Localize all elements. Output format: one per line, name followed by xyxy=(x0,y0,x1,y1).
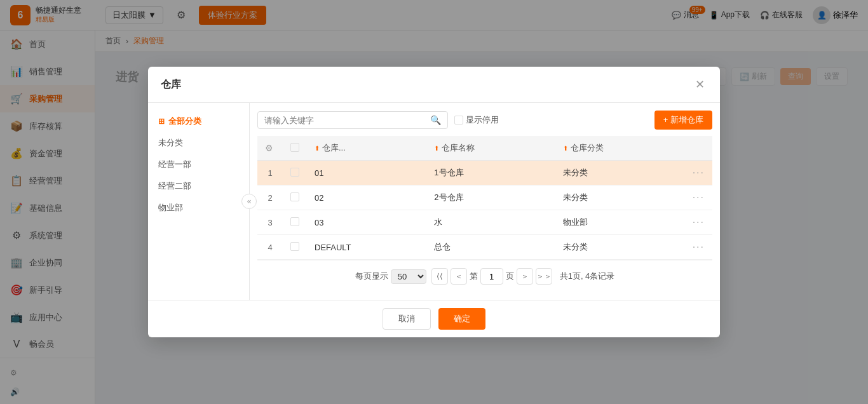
pagination: 每页显示 50 100 200 ⟨⟨ ＜ 第 页 ＞ xyxy=(257,260,712,292)
show-disabled-label[interactable]: 显示停用 xyxy=(454,114,499,126)
row-more-actions[interactable]: ··· xyxy=(685,210,712,235)
row-checkbox-cell[interactable] xyxy=(283,185,307,210)
search-box: 🔍 xyxy=(257,111,448,129)
sort-icon-name: ⬆ xyxy=(434,145,439,152)
row-code: 02 xyxy=(307,185,426,210)
row-name: 2号仓库 xyxy=(426,185,555,210)
cancel-button[interactable]: 取消 xyxy=(383,308,431,330)
sort-icon-code: ⬆ xyxy=(315,145,320,152)
gear-header-icon[interactable]: ⚙ xyxy=(265,143,273,153)
show-disabled-checkbox[interactable] xyxy=(454,116,463,125)
table-area: 🔍 显示停用 + 新增仓库 ⚙ xyxy=(250,103,720,300)
modal-footer: 取消 确定 xyxy=(148,300,720,337)
row-checkbox[interactable] xyxy=(290,217,299,226)
prev-page-button[interactable]: ＜ xyxy=(451,268,467,285)
th-code-label: 仓库... xyxy=(322,142,346,154)
category-item-经营二部[interactable]: 经营二部 xyxy=(148,175,249,197)
select-all-checkbox[interactable] xyxy=(290,143,299,152)
table-scroll-area: ⚙ ⬆仓库... ⬆仓库名称 ⬆仓库分类 1 01 1号仓库 未分 xyxy=(257,136,712,260)
row-more-actions[interactable]: ··· xyxy=(685,235,712,260)
next-page-button[interactable]: ＞ xyxy=(517,268,533,285)
th-actions xyxy=(685,136,712,161)
row-num: 3 xyxy=(257,210,283,235)
category-label: 物业部 xyxy=(158,202,183,213)
row-num: 2 xyxy=(257,185,283,210)
warehouse-modal: 仓库 ✕ ⊞全部分类未分类经营一部经营二部物业部 « 🔍 xyxy=(148,67,720,337)
row-code: 01 xyxy=(307,161,426,185)
th-category-label: 仓库分类 xyxy=(571,142,604,154)
sort-icon-category: ⬆ xyxy=(563,145,568,152)
category-item-物业部[interactable]: 物业部 xyxy=(148,197,249,219)
row-checkbox-cell[interactable] xyxy=(283,161,307,185)
category-label: 未分类 xyxy=(158,137,183,149)
row-checkbox-cell[interactable] xyxy=(283,210,307,235)
category-toggle-button[interactable]: « xyxy=(241,194,257,209)
row-more-actions[interactable]: ··· xyxy=(685,185,712,210)
row-checkbox[interactable] xyxy=(290,192,299,201)
row-checkbox-cell[interactable] xyxy=(283,235,307,260)
table-row[interactable]: 2 02 2号仓库 未分类 ··· xyxy=(257,185,712,210)
category-label: 经营一部 xyxy=(158,159,191,170)
page-navigation: ⟨⟨ ＜ 第 页 ＞ ＞＞ 共1页, 4条记录 xyxy=(431,268,615,285)
first-page-button[interactable]: ⟨⟨ xyxy=(431,268,448,285)
row-code: 03 xyxy=(307,210,426,235)
search-icon[interactable]: 🔍 xyxy=(430,115,441,125)
last-page-button[interactable]: ＞＞ xyxy=(536,268,552,285)
category-item-全部分类[interactable]: ⊞全部分类 xyxy=(148,111,249,132)
row-checkbox[interactable] xyxy=(290,168,299,177)
th-code: ⬆仓库... xyxy=(307,136,426,161)
modal-body: ⊞全部分类未分类经营一部经营二部物业部 « 🔍 显示停用 + 新增仓库 xyxy=(148,103,720,300)
category-icon: ⊞ xyxy=(158,117,165,126)
row-num: 1 xyxy=(257,161,283,185)
category-label: 全部分类 xyxy=(168,116,201,127)
search-input[interactable] xyxy=(264,116,430,125)
row-category: 未分类 xyxy=(555,161,684,185)
category-sidebar: ⊞全部分类未分类经营一部经营二部物业部 « xyxy=(148,103,250,300)
modal-header: 仓库 ✕ xyxy=(148,67,720,103)
page-label: 第 xyxy=(470,271,478,282)
th-category: ⬆仓库分类 xyxy=(555,136,684,161)
per-page-control: 每页显示 50 100 200 xyxy=(355,269,426,284)
per-page-select[interactable]: 50 100 200 xyxy=(391,269,426,284)
warehouse-table: ⚙ ⬆仓库... ⬆仓库名称 ⬆仓库分类 1 01 1号仓库 未分 xyxy=(257,136,712,260)
category-label: 经营二部 xyxy=(158,180,191,192)
more-icon[interactable]: ··· xyxy=(693,167,705,178)
category-item-经营一部[interactable]: 经营一部 xyxy=(148,154,249,175)
table-toolbar: 🔍 显示停用 + 新增仓库 xyxy=(257,111,712,130)
add-warehouse-button[interactable]: + 新增仓库 xyxy=(654,111,712,130)
th-name-label: 仓库名称 xyxy=(442,142,475,154)
th-checkbox xyxy=(283,136,307,161)
table-row[interactable]: 1 01 1号仓库 未分类 ··· xyxy=(257,161,712,185)
more-icon[interactable]: ··· xyxy=(693,217,705,227)
row-checkbox[interactable] xyxy=(290,242,299,251)
th-name: ⬆仓库名称 xyxy=(426,136,555,161)
more-icon[interactable]: ··· xyxy=(693,241,705,252)
row-category: 未分类 xyxy=(555,235,684,260)
modal-overlay: 仓库 ✕ ⊞全部分类未分类经营一部经营二部物业部 « 🔍 xyxy=(0,0,868,404)
th-gear: ⚙ xyxy=(257,136,283,161)
modal-title: 仓库 xyxy=(161,78,181,91)
row-name: 总仓 xyxy=(426,235,555,260)
row-code: DEFAULT xyxy=(307,235,426,260)
row-more-actions[interactable]: ··· xyxy=(685,161,712,185)
table-body: 1 01 1号仓库 未分类 ··· 2 02 2号仓库 未分类 ··· 3 03… xyxy=(257,161,712,260)
page-suffix: 页 xyxy=(506,271,514,282)
row-name: 水 xyxy=(426,210,555,235)
category-item-未分类[interactable]: 未分类 xyxy=(148,132,249,154)
table-row[interactable]: 3 03 水 物业部 ··· xyxy=(257,210,712,235)
row-category: 未分类 xyxy=(555,185,684,210)
total-info: 共1页, 4条记录 xyxy=(560,271,615,282)
row-category: 物业部 xyxy=(555,210,684,235)
confirm-button[interactable]: 确定 xyxy=(438,308,485,330)
table-header: ⚙ ⬆仓库... ⬆仓库名称 ⬆仓库分类 xyxy=(257,136,712,161)
modal-close-button[interactable]: ✕ xyxy=(692,77,707,92)
page-number-input[interactable] xyxy=(480,268,503,285)
table-row[interactable]: 4 DEFAULT 总仓 未分类 ··· xyxy=(257,235,712,260)
per-page-label: 每页显示 xyxy=(355,271,388,282)
more-icon[interactable]: ··· xyxy=(693,192,705,203)
row-name: 1号仓库 xyxy=(426,161,555,185)
row-num: 4 xyxy=(257,235,283,260)
